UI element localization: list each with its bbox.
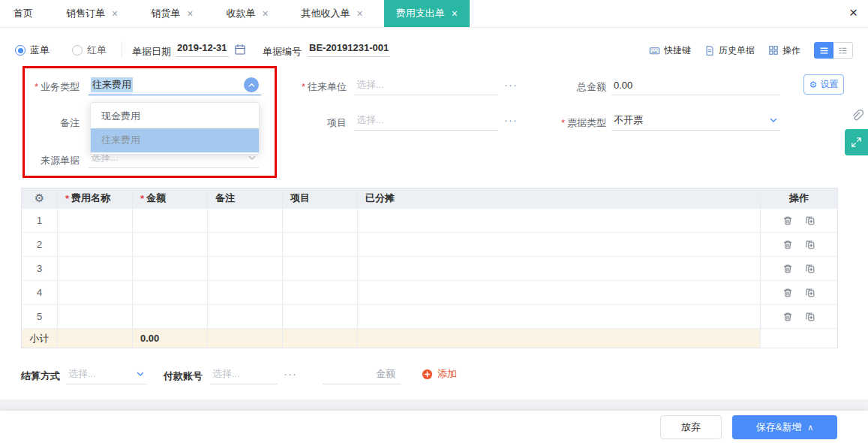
cell-remark[interactable] [208, 304, 283, 328]
cell-amount[interactable] [133, 232, 208, 256]
settlement-method-select[interactable]: 选择... [66, 364, 147, 384]
tab-sales-invoice[interactable]: 销货单 × [139, 0, 205, 27]
calendar-icon[interactable] [234, 44, 246, 56]
tab-home[interactable]: 首页 [2, 0, 45, 27]
cell-remark[interactable] [208, 208, 283, 232]
required-mark: * [561, 117, 565, 128]
cell-allocated[interactable] [358, 208, 761, 232]
subtotal-empty-cell [208, 328, 283, 348]
copy-row-icon[interactable] [805, 240, 815, 250]
paperclip-attachment-icon[interactable] [849, 108, 863, 122]
cell-expense-name[interactable] [58, 232, 133, 256]
delete-row-icon[interactable] [782, 215, 793, 226]
expense-lines-table: ⚙ *费用名称 *金额 备注 项目 已分摊 操作 1 2 [21, 188, 838, 348]
cell-expense-name[interactable] [58, 280, 133, 304]
delete-row-icon[interactable] [782, 240, 793, 250]
close-icon[interactable]: × [357, 8, 363, 19]
payment-account-more-icon[interactable]: ··· [284, 367, 297, 380]
close-icon[interactable]: × [262, 8, 268, 19]
collapse-circle-button[interactable] [244, 77, 259, 92]
business-type-dropdown: 现金费用 往来费用 [90, 102, 260, 155]
cell-amount[interactable] [133, 280, 208, 304]
cell-operations [761, 232, 837, 256]
partner-more-icon[interactable]: ··· [504, 78, 518, 91]
shortcut-keys-button[interactable]: 快捷键 [649, 44, 691, 57]
close-icon[interactable]: × [187, 8, 193, 19]
cell-expense-name[interactable] [58, 256, 133, 280]
table-settings-cell[interactable]: ⚙ [22, 188, 58, 208]
business-type-input[interactable]: 往来费用 [89, 75, 261, 95]
partner-input[interactable]: 选择... [354, 75, 498, 95]
add-payment-line-button[interactable]: 添加 [422, 367, 457, 381]
doc-number-value[interactable]: BE-20191231-001 [308, 42, 390, 57]
save-and-new-button[interactable]: 保存&新增 ∧ [732, 415, 837, 439]
tab-other-income[interactable]: 其他收入单 × [290, 0, 375, 27]
cell-remark[interactable] [208, 256, 283, 280]
cell-allocated[interactable] [358, 256, 761, 280]
chevron-down-icon[interactable] [769, 116, 778, 125]
cell-allocated[interactable] [358, 304, 761, 328]
settings-button[interactable]: ⚙ 设置 [803, 74, 844, 95]
cell-project[interactable] [283, 208, 358, 232]
doc-date-value[interactable]: 2019-12-31 [176, 42, 229, 57]
table-subtotal-row: 小计 0.00 [22, 328, 837, 348]
total-amount-input[interactable]: 0.00 [611, 75, 780, 95]
chevron-down-icon[interactable] [136, 369, 145, 378]
shortcut-keys-label: 快捷键 [664, 44, 691, 57]
dropdown-option-cash[interactable]: 现金费用 [91, 104, 259, 128]
list-view-toggle-active[interactable] [814, 42, 833, 59]
radio-unselected-icon[interactable] [72, 45, 83, 56]
delete-row-icon[interactable] [782, 312, 793, 322]
cell-expense-name[interactable] [58, 208, 133, 232]
cell-project[interactable] [283, 256, 358, 280]
invoice-type-select[interactable]: 不开票 [611, 110, 780, 131]
subtotal-amount: 0.00 [133, 328, 208, 348]
copy-row-icon[interactable] [805, 215, 815, 226]
cell-remark[interactable] [208, 232, 283, 256]
copy-row-icon[interactable] [805, 312, 815, 322]
tab-expense-active[interactable]: 费用支出单 × [384, 0, 470, 27]
cell-amount[interactable] [133, 304, 208, 328]
cell-expense-name[interactable] [58, 304, 133, 328]
total-amount-value: 0.00 [614, 80, 632, 91]
payment-account-input[interactable]: 选择... [210, 364, 278, 384]
required-mark: * [65, 193, 69, 204]
cell-amount[interactable] [133, 208, 208, 232]
tab-receipt[interactable]: 收款单 × [214, 0, 280, 27]
cell-project[interactable] [283, 232, 358, 256]
cell-operations [761, 208, 837, 232]
project-input[interactable]: 选择... [354, 110, 498, 131]
total-amount-label: 总金额 [557, 80, 606, 94]
delete-row-icon[interactable] [782, 264, 793, 274]
cell-amount[interactable] [133, 256, 208, 280]
radio-red-bill[interactable]: 红单 [72, 44, 107, 57]
copy-row-icon[interactable] [805, 288, 815, 298]
radio-selected-icon[interactable] [15, 45, 26, 56]
header-remark: 备注 [208, 188, 283, 208]
close-icon[interactable]: × [112, 8, 118, 19]
radio-blue-bill[interactable]: 蓝单 [15, 44, 50, 57]
cell-project[interactable] [283, 304, 358, 328]
detail-view-toggle[interactable] [833, 42, 853, 59]
window-close-icon[interactable]: × [849, 5, 857, 20]
footer-amount-input[interactable]: 金额 [323, 364, 401, 384]
project-more-icon[interactable]: ··· [504, 113, 518, 126]
payment-account-placeholder: 选择... [212, 367, 240, 381]
cell-operations [761, 280, 837, 304]
dropdown-option-partner-selected[interactable]: 往来费用 [91, 128, 259, 152]
cell-allocated[interactable] [358, 280, 761, 304]
cell-remark[interactable] [208, 280, 283, 304]
cell-allocated[interactable] [358, 232, 761, 256]
app-window: 首页 销售订单 × 销货单 × 收款单 × 其他收入单 × 费用支出单 × × … [0, 0, 868, 443]
discard-button[interactable]: 放弃 [660, 415, 722, 439]
delete-row-icon[interactable] [782, 288, 793, 298]
operations-button[interactable]: 操作 [768, 44, 800, 57]
copy-row-icon[interactable] [805, 264, 815, 274]
tab-sales-order[interactable]: 销售订单 × [54, 0, 130, 27]
history-docs-button[interactable]: 历史单据 [704, 44, 755, 57]
cell-project[interactable] [283, 280, 358, 304]
tab-label: 销货单 [151, 7, 180, 20]
option-label: 现金费用 [101, 110, 140, 123]
expand-fullscreen-button[interactable] [845, 129, 868, 155]
close-icon[interactable]: × [452, 8, 458, 19]
